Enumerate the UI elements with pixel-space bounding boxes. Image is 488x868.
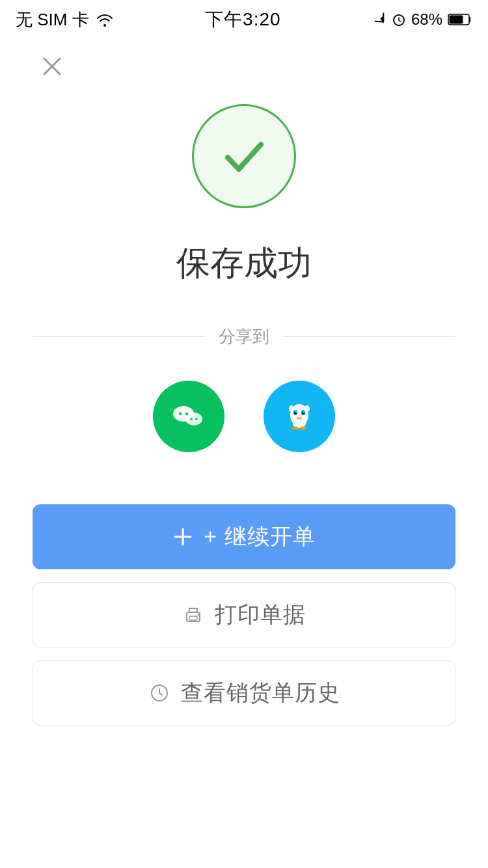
svg-point-19 [292,427,299,430]
share-icons-row [153,381,335,452]
svg-point-17 [303,412,305,413]
status-left: 无 SIM 卡 [16,8,114,31]
svg-point-20 [300,427,306,430]
success-icon-circle [192,104,296,208]
history-icon [148,682,170,704]
svg-point-9 [190,418,193,420]
no-sim-label: 无 SIM 卡 [16,8,89,31]
qq-icon [278,396,320,437]
svg-point-7 [179,413,182,415]
battery-percent: 68% [411,10,442,29]
print-label: 打印单据 [215,600,306,630]
continue-order-button[interactable]: + 继续开单 [33,504,455,569]
battery-icon [448,13,472,26]
svg-point-10 [195,418,198,420]
continue-order-label: + 继续开单 [204,522,315,552]
close-icon [40,55,64,78]
location-icon [372,12,386,27]
wifi-icon [96,12,114,27]
svg-rect-2 [450,16,463,24]
svg-point-8 [185,413,188,415]
svg-point-27 [198,614,200,616]
alarm-icon [392,12,406,27]
plus-icon [172,526,193,547]
history-label: 查看销货单历史 [181,678,340,708]
print-button[interactable]: 打印单据 [33,582,455,647]
share-label: 分享到 [219,325,269,348]
close-button[interactable] [33,47,72,86]
wechat-icon [168,396,210,437]
svg-rect-26 [189,616,197,620]
svg-point-22 [305,405,310,412]
view-history-button[interactable]: 查看销货单历史 [33,660,455,726]
svg-point-16 [295,412,297,413]
status-bar: 无 SIM 卡 下午3:20 68% [0,0,488,39]
checkmark-icon [218,130,270,182]
status-time: 下午3:20 [205,7,281,32]
action-buttons: + 继续开单 打印单据 查看销货单历史 [33,504,455,726]
share-divider: 分享到 [33,325,455,348]
svg-point-21 [289,405,294,412]
wechat-share-button[interactable] [153,381,224,452]
divider-line-left [33,336,206,337]
main-content: 保存成功 分享到 [0,39,488,726]
status-right: 68% [372,10,472,29]
success-title: 保存成功 [176,241,312,286]
divider-line-right [282,336,455,337]
qq-share-button[interactable] [264,381,335,452]
print-icon [182,604,204,626]
